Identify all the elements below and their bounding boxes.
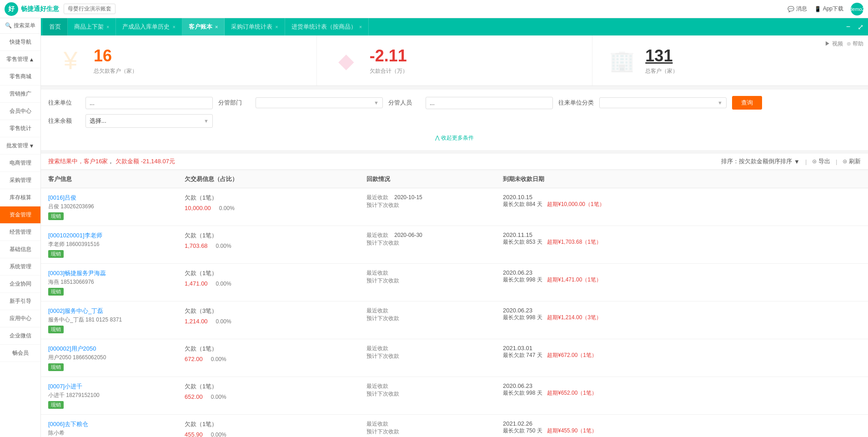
collapse-button[interactable]: ⋀ 收起更多条件	[48, 132, 861, 144]
debt-info-cell: 欠款（1笔） 652.00 0.00%	[185, 382, 366, 400]
sidebar-item-members[interactable]: 会员中心	[0, 103, 40, 120]
tab-purchase-order-close[interactable]: ×	[275, 24, 278, 30]
person-placeholder: ...	[430, 100, 435, 106]
purchase-label: 采购管理	[10, 177, 31, 183]
balance-select[interactable]: 选择... ▼	[85, 114, 213, 128]
company-selector[interactable]: 母婴行业演示账套	[64, 4, 115, 14]
sidebar-item-basic-info[interactable]: 基础信息	[0, 241, 40, 258]
video-action[interactable]: ▶ 视频	[825, 40, 843, 48]
sidebar-item-capital[interactable]: 资金管理	[0, 206, 40, 224]
person-input[interactable]: ...	[426, 97, 553, 109]
tab-instock-stats-label: 进货单统计表（按商品）	[291, 23, 356, 31]
sidebar-item-retail-mall[interactable]: 零售商城	[0, 68, 40, 85]
tab-product-instock-close[interactable]: ×	[172, 24, 175, 30]
tab-product-listing-label: 商品上下架	[74, 23, 104, 31]
search-menu[interactable]: 🔍 搜索菜单	[0, 18, 40, 34]
tab-instock-stats[interactable]: 进货单统计表（按商品） ×	[285, 18, 369, 35]
tab-customer-account-close[interactable]: ×	[215, 24, 218, 30]
unit-class-select[interactable]: ▼	[599, 97, 727, 108]
total-customers-label: 总客户（家）	[645, 67, 678, 75]
payback-label: 最近收款	[366, 382, 503, 390]
sidebar-item-batch-mgmt[interactable]: 批发管理 ▼	[0, 137, 40, 155]
debt-amount[interactable]: 1,471.00	[185, 280, 208, 287]
overdue-link[interactable]: 超期¥1,214.00（3笔）	[547, 314, 602, 321]
tab-customer-account[interactable]: 客户账本 ×	[182, 18, 225, 35]
collapse-label: 收起更多条件	[441, 135, 474, 141]
overdue-row: 最长欠款 998 天 超期¥652.00（1笔）	[503, 389, 861, 397]
help-action[interactable]: ⊙ 帮助	[847, 40, 863, 48]
sidebar-item-ecommerce[interactable]: 电商管理	[0, 155, 40, 172]
tab-instock-stats-close[interactable]: ×	[359, 24, 362, 30]
from-unit-input[interactable]: ...	[85, 97, 213, 109]
sidebar-item-purchase[interactable]: 采购管理	[0, 172, 40, 189]
dept-select[interactable]: ▼	[256, 97, 383, 108]
customer-name[interactable]: [000002]用户2050	[48, 345, 185, 353]
overdue-link[interactable]: 超期¥10,000.00（1笔）	[547, 201, 605, 207]
sort-arrow-icon: ▼	[794, 158, 800, 165]
query-button[interactable]: 查询	[732, 96, 762, 110]
payback-next: 预计下次收款	[366, 390, 503, 398]
customer-name[interactable]: [0001020001]李老师	[48, 231, 185, 240]
main-layout: 🔍 搜索菜单 快捷导航 零售管理 ▲ 零售商城 营销推广 会员中心 零售统计	[0, 18, 868, 437]
message-action[interactable]: 💬 消息	[788, 5, 807, 13]
debt-amount[interactable]: 455.90	[185, 431, 203, 437]
table-row: [0007]小进千 小进千 18279152100 现销 欠款（1笔） 652.…	[41, 377, 868, 415]
due-date-cell: 2020.06.23 最长欠款 998 天 超期¥1,471.00（1笔）	[503, 269, 861, 284]
sidebar-item-collab[interactable]: 企业协同	[0, 276, 40, 293]
sidebar-item-new-guide[interactable]: 新手引导	[0, 293, 40, 310]
sidebar-item-system[interactable]: 系统管理	[0, 258, 40, 276]
debt-amount[interactable]: 1,703.68	[185, 242, 208, 249]
tab-minimize-button[interactable]: −	[843, 23, 853, 31]
sidebar-item-enterprise-wechat[interactable]: 企业微信	[0, 327, 40, 345]
sort-selector[interactable]: 排序：按欠款金额倒序排序 ▼	[721, 157, 800, 166]
stat-card-debt-amount: ◆ -2.11 欠款合计（万）	[317, 35, 593, 85]
overdue-link[interactable]: 超期¥455.90（1笔）	[547, 427, 597, 434]
retail-mall-label: 零售商城	[10, 73, 31, 80]
message-icon: 💬	[788, 6, 794, 12]
customer-info-cell: [000002]用户2050 用户2050 18665062050 现销	[48, 345, 185, 371]
overdue-row: 最长欠款 853 天 超期¥1,703.68（1笔）	[503, 238, 861, 246]
debt-label: 欠款（1笔）	[185, 269, 366, 277]
payback-next: 预计下次收款	[366, 315, 503, 322]
customer-name[interactable]: [0002]服务中心_丁磊	[48, 307, 185, 315]
sidebar-item-vip[interactable]: 畅会员	[0, 345, 40, 362]
tab-product-listing-close[interactable]: ×	[106, 24, 109, 30]
sidebar-item-marketing[interactable]: 营销推广	[0, 85, 40, 103]
overdue-link[interactable]: 超期¥652.00（1笔）	[547, 390, 597, 396]
customer-name[interactable]: [0003]畅捷服务尹海蕊	[48, 269, 185, 277]
tab-product-instock[interactable]: 产成品入库单历史 ×	[116, 18, 182, 35]
customer-tag: 现销	[48, 401, 64, 409]
tab-home[interactable]: 首页	[43, 18, 68, 35]
app-download-action[interactable]: 📱 App下载	[814, 5, 843, 13]
debt-amount[interactable]: 672.00	[185, 356, 203, 362]
sidebar-item-inventory[interactable]: 库存核算	[0, 189, 40, 206]
debt-percent: 0.00%	[216, 318, 231, 325]
overdue-days: 最长欠款 998 天	[503, 314, 545, 321]
customer-name[interactable]: [0007]小进千	[48, 382, 185, 391]
debt-amount[interactable]: 10,000.00	[185, 205, 211, 211]
customer-name[interactable]: [0016]吕俊	[48, 194, 185, 202]
overdue-link[interactable]: 超期¥1,703.68（1笔）	[547, 239, 602, 245]
sidebar-item-operations[interactable]: 经营管理	[0, 224, 40, 241]
refresh-action[interactable]: ⊙ 刷新	[843, 157, 861, 166]
due-date-cell: 2020.06.23 最长欠款 998 天 超期¥1,214.00（3笔）	[503, 307, 861, 321]
export-action[interactable]: ⊙ 导出	[812, 157, 830, 166]
customer-tag: 现销	[48, 326, 64, 333]
sidebar-item-retail-stats[interactable]: 零售统计	[0, 120, 40, 137]
basic-info-label: 基础信息	[10, 246, 31, 252]
col-due-date: 到期未收款日期	[503, 175, 861, 183]
overdue-link[interactable]: 超期¥672.00（1笔）	[547, 352, 597, 358]
tab-product-listing[interactable]: 商品上下架 ×	[68, 18, 116, 35]
overdue-days: 最长欠款 884 天	[503, 201, 545, 207]
sidebar-item-app-center[interactable]: 应用中心	[0, 310, 40, 327]
overdue-link[interactable]: 超期¥1,471.00（1笔）	[547, 276, 602, 283]
sidebar-item-retail-mgmt[interactable]: 零售管理 ▲	[0, 51, 40, 68]
debt-amount[interactable]: 652.00	[185, 393, 203, 400]
ecommerce-label: 电商管理	[10, 160, 31, 166]
customer-name[interactable]: [0006]去下粮仓	[48, 420, 185, 428]
sidebar-item-quicknav[interactable]: 快捷导航	[0, 34, 40, 51]
tab-purchase-order[interactable]: 采购订单统计表 ×	[225, 18, 285, 35]
debt-amount[interactable]: 1,214.00	[185, 318, 208, 325]
avatar[interactable]: demo2	[851, 3, 863, 15]
tab-maximize-button[interactable]: ⤢	[855, 23, 866, 31]
